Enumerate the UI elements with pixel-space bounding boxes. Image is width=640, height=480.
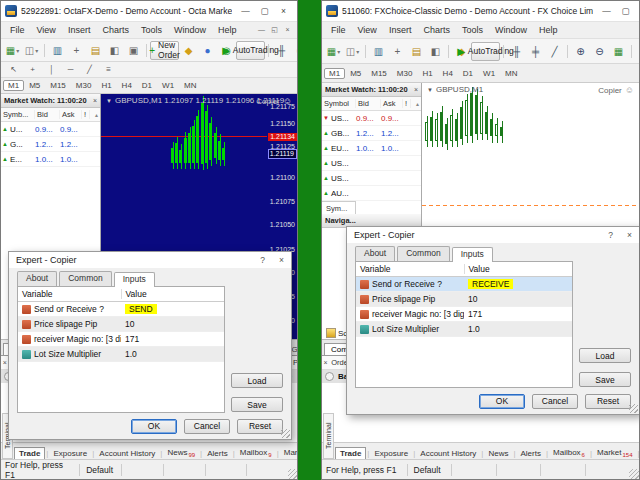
market-watch-header[interactable]: Market Watch: 11:00:20 ×	[322, 83, 421, 97]
dialog-tab-about[interactable]: About	[355, 246, 395, 261]
market-watch-row[interactable]: ▲U...0.9...0.9...	[1, 122, 100, 137]
value-column-header[interactable]: Value	[122, 289, 225, 299]
bar-chart-icon[interactable]: ╫	[507, 42, 526, 61]
market-watch-icon[interactable]: ▥	[48, 41, 67, 60]
menu-window[interactable]: Window	[168, 25, 212, 35]
timeframe-h1[interactable]: H1	[417, 68, 437, 79]
timeframe-m15[interactable]: M15	[45, 80, 71, 91]
market-watch-header[interactable]: Market Watch: 11:00:20 ×	[1, 94, 100, 108]
value-column-header[interactable]: Value	[465, 264, 573, 274]
terminal-tab-alerts[interactable]: Alerts	[517, 448, 545, 459]
terminal-panel-icon[interactable]: ◧	[426, 42, 445, 61]
timeframe-w1[interactable]: W1	[478, 68, 500, 79]
resize-grip[interactable]	[629, 404, 638, 413]
dialog-tab-inputs[interactable]: Inputs	[114, 272, 155, 287]
dialog-help-icon[interactable]: ?	[608, 230, 613, 240]
data-window-icon[interactable]: +	[388, 42, 407, 61]
crosshair-icon[interactable]: +	[23, 63, 42, 77]
timeframe-m5[interactable]: M5	[24, 80, 45, 91]
value-cell[interactable]: 10	[464, 294, 572, 304]
title-bar[interactable]: 52922891: OctaFX-Demo - Demo Account - O…	[1, 1, 297, 22]
dialog-title-bar[interactable]: Expert - Copier ?×	[9, 252, 291, 268]
input-row-send-or-receive[interactable]: Send or Receive ?RECEIVE	[356, 277, 572, 292]
mdi-minimize-icon[interactable]: —	[255, 26, 268, 34]
value-cell[interactable]: 171	[121, 334, 224, 344]
dialog-tab-common[interactable]: Common	[59, 271, 111, 286]
minimize-icon[interactable]: —	[236, 6, 255, 16]
market-watch-column-[interactable]: !	[403, 99, 411, 108]
terminal-tab-mailbox[interactable]: Mailbox9	[236, 447, 276, 459]
indicators-icon[interactable]: ▤	[635, 42, 640, 61]
terminal-tab-exposure[interactable]: Exposure	[370, 448, 412, 459]
input-row-receiver-magic-no-3-digit[interactable]: receiver Magic no: [3 digit]171	[18, 332, 224, 347]
profiles-icon[interactable]: ◫▾	[22, 41, 41, 60]
terminal-tab-news[interactable]: News	[484, 448, 512, 459]
market-watch-row[interactable]: ▲E...1.0...1.0...	[1, 152, 100, 167]
menu-charts[interactable]: Charts	[417, 25, 456, 35]
timeframe-m15[interactable]: M15	[366, 68, 392, 79]
menu-insert[interactable]: Insert	[383, 25, 418, 35]
cursor-icon[interactable]: ↖	[4, 63, 23, 77]
ok-button[interactable]: OK	[131, 419, 177, 434]
value-cell[interactable]: RECEIVE	[464, 279, 572, 289]
terminal-close-icon[interactable]: ×	[322, 359, 329, 366]
terminal-tab-account-history[interactable]: Account History	[416, 448, 480, 459]
market-watch-column-ask[interactable]: Ask	[60, 110, 82, 119]
load-button[interactable]: Load	[231, 373, 283, 388]
cancel-button[interactable]: Cancel	[184, 419, 230, 434]
timeframe-mn[interactable]: MN	[179, 80, 201, 91]
terminal-tab-trade[interactable]: Trade	[14, 447, 45, 459]
menu-window[interactable]: Window	[489, 25, 533, 35]
market-watch-row[interactable]: ▲US...	[322, 156, 421, 171]
terminal-tab-trade[interactable]: Trade	[335, 447, 366, 459]
scrollbar-up-icon[interactable]: ▲	[415, 101, 421, 107]
menu-tools[interactable]: Tools	[456, 25, 489, 35]
mdi-restore-icon[interactable]: ◱	[268, 26, 281, 34]
resize-grip[interactable]	[281, 429, 290, 438]
candlestick-chart-icon[interactable]: ╪	[291, 41, 298, 60]
reset-button[interactable]: Reset	[585, 394, 631, 409]
market-watch-column-ask[interactable]: Ask	[381, 99, 403, 108]
terminal-tab-alerts[interactable]: Alerts	[203, 448, 231, 459]
value-cell[interactable]: 171	[464, 309, 572, 319]
line-chart-icon[interactable]: ╱	[545, 42, 564, 61]
variable-column-header[interactable]: Variable	[356, 264, 465, 274]
dialog-help-icon[interactable]: ?	[260, 255, 265, 265]
menu-charts[interactable]: Charts	[96, 25, 135, 35]
terminal-tab-exposure[interactable]: Exposure	[49, 448, 91, 459]
market-watch-column-bid[interactable]: Bid	[356, 99, 381, 108]
scrollbar-up-icon[interactable]: ▲	[94, 112, 100, 118]
dialog-tab-inputs[interactable]: Inputs	[452, 247, 493, 262]
menu-help[interactable]: Help	[212, 25, 243, 35]
menu-insert[interactable]: Insert	[62, 25, 97, 35]
timeframe-d1[interactable]: D1	[458, 68, 478, 79]
dialog-title-bar[interactable]: Expert - Copier ?×	[347, 227, 639, 243]
ok-button[interactable]: OK	[479, 394, 525, 409]
profiles-icon[interactable]: ◫▾	[343, 42, 362, 61]
maximize-icon[interactable]: ▢	[616, 6, 635, 16]
save-button[interactable]: Save	[579, 372, 631, 387]
menu-file[interactable]: File	[325, 25, 352, 35]
close-icon[interactable]: ×	[414, 86, 418, 93]
value-cell[interactable]: SEND	[121, 304, 224, 314]
status-profile[interactable]: Default	[407, 464, 452, 476]
market-watch-row[interactable]: ▲EU...1.0...1.0...	[322, 141, 421, 156]
maximize-icon[interactable]: ▢	[255, 6, 274, 16]
timeframe-m30[interactable]: M30	[392, 68, 418, 79]
menu-view[interactable]: View	[352, 25, 383, 35]
input-row-lot-size-multiplier[interactable]: Lot Size Multiplier1.0	[356, 322, 572, 337]
input-row-lot-size-multiplier[interactable]: Lot Size Multiplier1.0	[18, 347, 224, 362]
terminal-tab-mailbox[interactable]: Mailbox6	[549, 447, 589, 459]
mql-community-icon[interactable]: ●	[198, 41, 217, 60]
market-watch-row[interactable]: ▲GB...1.2...1.2...	[322, 126, 421, 141]
minimize-icon[interactable]: —	[597, 6, 616, 16]
timeframe-h4[interactable]: H4	[438, 68, 458, 79]
dialog-close-icon[interactable]: ×	[279, 255, 284, 265]
terminal-tab-news[interactable]: News99	[163, 447, 199, 459]
timeframe-m1[interactable]: M1	[3, 80, 24, 91]
terminal-side-tab[interactable]: Terminal	[323, 413, 334, 459]
load-button[interactable]: Load	[579, 348, 631, 363]
new-chart-icon[interactable]: ▦▾	[324, 42, 343, 61]
cancel-button[interactable]: Cancel	[532, 394, 578, 409]
timeframe-h1[interactable]: H1	[96, 80, 116, 91]
